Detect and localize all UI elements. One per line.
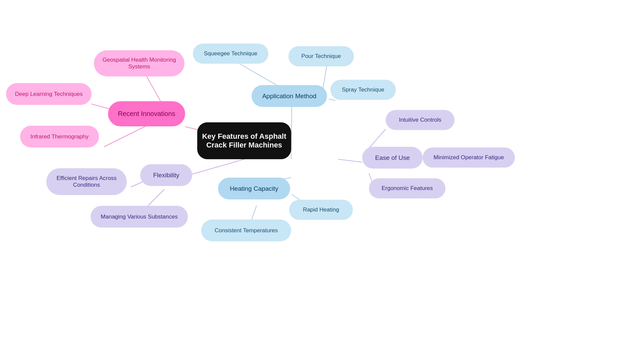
application-method-node: Application Method [252, 85, 327, 107]
flexibility-node: Flexibility [140, 164, 192, 186]
consistent-temps-node: Consistent Temperatures [201, 220, 291, 241]
intuitive-controls-node: Intuitive Controls [386, 110, 454, 130]
svg-line-3 [329, 99, 335, 101]
infrared-thermography-node: Infrared Thermography [20, 126, 99, 147]
rapid-heating-node: Rapid Heating [289, 200, 353, 220]
heating-capacity-node: Heating Capacity [218, 178, 290, 199]
svg-line-14 [104, 126, 147, 147]
center-node: Key Features of Asphalt Crack Filler Mac… [197, 122, 291, 159]
ergonomic-features-node: Ergonomic Features [369, 178, 445, 198]
efficient-repairs-node: Efficient Repairs Across Conditions [46, 168, 127, 195]
svg-line-0 [291, 105, 292, 159]
squeegee-node: Squeegee Technique [193, 44, 268, 64]
pour-node: Pour Technique [288, 46, 354, 66]
geospatial-health-node: Geospatial Health Monitoring Systems [94, 50, 184, 76]
minimized-fatigue-node: Minimized Operator Fatigue [423, 147, 515, 168]
svg-line-7 [338, 159, 362, 162]
managing-various-node: Managing Various Substances [91, 206, 188, 228]
ease-of-use-node: Ease of Use [362, 147, 423, 169]
spray-node: Spray Technique [330, 80, 396, 100]
deep-learning-node: Deep Learning Techniques [6, 83, 92, 105]
recent-innovations-node: Recent Innovations [108, 101, 185, 126]
